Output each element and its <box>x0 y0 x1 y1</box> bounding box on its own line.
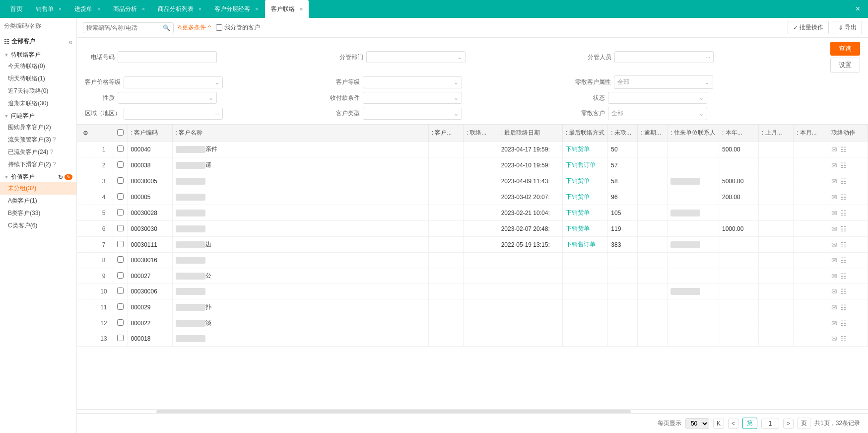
edit-badge[interactable]: ✎ <box>65 174 72 180</box>
sidebar-group-problem[interactable]: ▼ 问题客户 <box>0 110 76 121</box>
table-last-date-col[interactable]: : 最后联络日期 <box>498 125 562 142</box>
next-page-button[interactable]: > <box>783 419 794 429</box>
batch-operation-button[interactable]: ✓ 批量操作 <box>788 21 829 34</box>
last-method-link[interactable]: 下销售订单 <box>566 241 596 248</box>
per-page-select[interactable]: 50 <box>685 418 709 429</box>
more-action-icon[interactable]: ☷ <box>840 256 847 264</box>
phone-action-icon[interactable]: ✉ <box>831 288 837 295</box>
nature-select[interactable]: ⌄ <box>118 92 217 104</box>
last-method-link[interactable]: 下销货单 <box>566 225 590 232</box>
row-checkbox[interactable] <box>113 284 128 299</box>
row-last-method[interactable]: 下销货单 <box>562 205 608 221</box>
sidebar-item-churn-warning[interactable]: 流失预警客户(3) ? <box>0 134 76 146</box>
select-all-checkbox[interactable] <box>117 129 124 136</box>
phone-action-icon[interactable]: ✉ <box>831 209 837 217</box>
sidebar-item-declining[interactable]: 持续下滑客户(2) ? <box>0 158 76 171</box>
more-action-icon[interactable]: ☷ <box>840 288 847 295</box>
table-this-month-col[interactable]: : 本月... <box>794 125 828 142</box>
my-customers-check[interactable] <box>216 24 222 31</box>
close-analysis-tab[interactable]: × <box>142 6 145 12</box>
row-check[interactable] <box>117 319 124 326</box>
row-checkbox[interactable] <box>113 268 128 284</box>
reset-button[interactable]: 设置 <box>830 58 860 72</box>
more-conditions-button[interactable]: ⎗ 更多条件 ⌃ <box>178 23 212 32</box>
page-number-input[interactable] <box>761 419 779 429</box>
table-assoc-col[interactable]: : 往来单位联系人 <box>668 125 719 142</box>
table-unlinked-col[interactable]: : 未联... <box>608 125 638 142</box>
nav-purchase[interactable]: 进货单 × <box>68 0 106 18</box>
row-checkbox[interactable] <box>113 315 128 331</box>
row-check[interactable] <box>117 256 124 263</box>
more-action-icon[interactable]: ☷ <box>840 177 847 185</box>
row-check[interactable] <box>117 193 124 200</box>
table-name-col[interactable]: : 客户名称 <box>172 125 428 142</box>
table-year-col[interactable]: : 本年... <box>719 125 759 142</box>
customer-type-select[interactable]: ⌄ <box>363 108 462 120</box>
row-checkbox[interactable] <box>113 253 128 268</box>
more-action-icon[interactable]: ☷ <box>840 303 847 311</box>
phone-action-icon[interactable]: ✉ <box>831 272 837 280</box>
row-check[interactable] <box>117 225 124 231</box>
more-action-icon[interactable]: ☷ <box>840 241 847 249</box>
row-checkbox[interactable] <box>113 237 128 253</box>
nav-customer-contact[interactable]: 客户联络 × <box>265 0 309 18</box>
row-checkbox[interactable] <box>113 331 128 347</box>
person-select[interactable]: ··· <box>614 51 714 63</box>
price-level-select[interactable]: ⌄ <box>124 76 223 88</box>
phone-action-icon[interactable]: ✉ <box>831 177 837 185</box>
scattered-attr-select[interactable]: 全部 ⌄ <box>614 75 713 89</box>
sidebar-item-hoarding-abnormal[interactable]: 囤购异常客户(2) <box>0 121 76 134</box>
export-button[interactable]: ⇓ 导出 <box>833 21 862 34</box>
sidebar-item-tomorrow-pending[interactable]: 明天待联络(1) <box>0 72 76 85</box>
search-input[interactable] <box>86 24 161 31</box>
more-action-icon[interactable]: ☷ <box>840 335 847 343</box>
refresh-icon[interactable]: ↻ <box>58 174 63 181</box>
more-action-icon[interactable]: ☷ <box>840 209 847 217</box>
row-last-method[interactable]: 下销售订单 <box>562 157 608 173</box>
my-customers-checkbox[interactable]: 我分管的客户 <box>216 23 260 32</box>
nav-analysis-list[interactable]: 商品分析列表 × <box>152 0 207 18</box>
more-action-icon[interactable]: ☷ <box>840 161 847 169</box>
status-select[interactable]: ⌄ <box>608 92 707 104</box>
nav-sales[interactable]: 销售单 × <box>30 0 67 18</box>
last-method-link[interactable]: 下销货单 <box>566 193 590 200</box>
last-method-link[interactable]: 下销货单 <box>566 177 590 184</box>
sidebar-item-class-b[interactable]: B类客户(33) <box>0 207 76 219</box>
payment-select[interactable]: ⌄ <box>363 92 462 104</box>
more-action-icon[interactable]: ☷ <box>840 145 847 153</box>
row-checkbox[interactable] <box>113 189 128 205</box>
nav-analysis[interactable]: 商品分析 × <box>107 0 151 18</box>
phone-action-icon[interactable]: ✉ <box>831 225 837 233</box>
phone-action-icon[interactable]: ✉ <box>831 303 837 311</box>
row-last-method[interactable]: 下销货单 <box>562 221 608 237</box>
table-last-method-col[interactable]: : 最后联络方式 <box>562 125 608 142</box>
last-page-button[interactable]: 页 <box>798 418 810 429</box>
row-checkbox[interactable] <box>113 157 128 173</box>
row-check[interactable] <box>117 177 124 184</box>
sidebar-item-today-pending[interactable]: 今天待联络(0) <box>0 60 76 72</box>
close-purchase-tab[interactable]: × <box>97 6 100 12</box>
close-customer-contact-tab[interactable]: × <box>300 6 303 12</box>
table-overdue-col[interactable]: : 逾期... <box>638 125 668 142</box>
close-window-button[interactable]: × <box>852 4 864 13</box>
sidebar-item-class-c[interactable]: C类客户(6) <box>0 219 76 232</box>
row-check[interactable] <box>117 335 124 341</box>
row-check[interactable] <box>117 272 124 279</box>
row-last-method[interactable]: 下销货单 <box>562 142 608 157</box>
nav-home[interactable]: 首页 <box>4 0 29 18</box>
row-last-method[interactable]: 下销货单 <box>562 189 608 205</box>
last-method-link[interactable]: 下销货单 <box>566 145 590 152</box>
more-action-icon[interactable]: ☷ <box>840 319 847 327</box>
row-check[interactable] <box>117 145 124 152</box>
prev-page-button[interactable]: < <box>728 419 738 429</box>
scattered-select[interactable]: 全部 ⌄ <box>608 107 707 120</box>
sidebar-group-pending[interactable]: ▼ 待联络客户 <box>0 49 76 60</box>
table-contact-col[interactable]: : 联络... <box>463 125 498 142</box>
last-method-link[interactable]: 下销售订单 <box>566 161 596 168</box>
row-checkbox[interactable] <box>113 205 128 221</box>
region-select[interactable]: ··· <box>124 108 223 120</box>
phone-action-icon[interactable]: ✉ <box>831 145 837 153</box>
row-last-method[interactable]: 下销售订单 <box>562 237 608 253</box>
row-check[interactable] <box>117 209 124 216</box>
sidebar-item-ungrouped[interactable]: 未分组(32) <box>0 182 76 195</box>
